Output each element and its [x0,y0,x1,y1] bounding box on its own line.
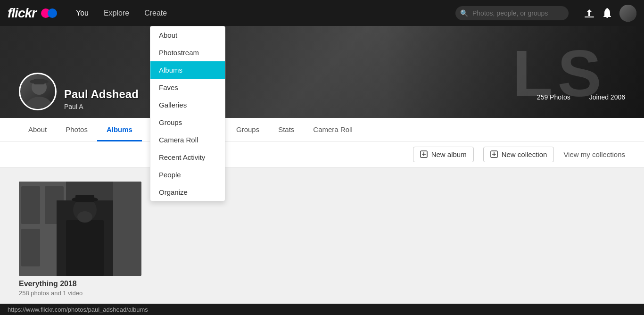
dropdown-camera-roll[interactable]: Camera Roll [150,131,225,149]
tab-photos[interactable]: Photos [56,118,97,141]
svg-point-2 [26,97,52,110]
dropdown-photostream[interactable]: Photostream [150,44,225,61]
cover-area: LS Paul Adshead Paul A 259 Photos Joined [0,26,644,118]
svg-point-17 [77,211,92,223]
avatar-image [619,5,636,22]
new-album-button[interactable]: New album [413,147,474,162]
nav-links: You Explore Create [68,0,174,26]
album-card[interactable]: Everything 2018 258 photos and 1 video [19,182,141,297]
profile-avatar[interactable] [19,73,57,110]
status-url: https://www.flickr.com/photos/paul_adshe… [8,306,148,313]
dropdown-people[interactable]: People [150,166,225,183]
nav-create[interactable]: Create [137,0,174,26]
flickr-dots [41,8,57,18]
album-thumbnail [19,182,141,276]
tab-stats[interactable]: Stats [269,118,304,141]
profile-stats: 259 Photos Joined 2006 [537,93,625,110]
nav-icons [584,5,636,22]
you-dropdown: About Photostream Albums Faves Galleries… [150,26,225,201]
svg-rect-16 [66,220,104,276]
dropdown-albums[interactable]: Albums [150,61,225,79]
new-collection-button[interactable]: New collection [483,147,554,162]
svg-rect-10 [21,229,40,266]
dropdown-organize[interactable]: Organize [150,183,225,201]
profile-section: Paul Adshead Paul A 259 Photos Joined 20… [0,73,644,118]
svg-rect-4 [33,79,45,84]
albums-toolbar: New album New collection View my collect… [0,141,644,167]
profile-name: Paul Adshead [64,88,537,101]
dropdown-groups[interactable]: Groups [150,114,225,131]
flickr-logo: flickr [8,6,36,21]
tab-camera-roll[interactable]: Camera Roll [304,118,362,141]
search-wrapper: 🔍 [455,6,576,20]
joined-date: Joined 2006 [589,93,625,101]
photos-count: 259 Photos [537,93,570,101]
tab-albums[interactable]: Albums [97,118,142,141]
dropdown-recent-activity[interactable]: Recent Activity [150,149,225,166]
view-collections-button[interactable]: View my collections [563,150,625,158]
stat-photos: 259 Photos [537,93,570,101]
svg-rect-0 [585,17,594,17]
svg-rect-18 [113,182,141,276]
albums-grid: Everything 2018 258 photos and 1 video [0,167,644,311]
new-collection-label: New collection [502,150,547,158]
stat-joined: Joined 2006 [589,93,625,101]
status-bar: https://www.flickr.com/photos/paul_adshe… [0,304,644,315]
dot-blue-icon [48,8,57,18]
search-input[interactable] [455,6,569,20]
tab-about[interactable]: About [19,118,56,141]
new-album-label: New album [431,150,467,158]
nav-you[interactable]: You [68,0,96,26]
album-subtitle: 258 photos and 1 video [19,290,141,297]
profile-info: Paul Adshead Paul A [64,88,537,110]
album-title: Everything 2018 [19,280,141,288]
svg-rect-15 [75,195,94,202]
upload-button[interactable] [584,8,595,18]
nav-explore[interactable]: Explore [96,0,137,26]
dropdown-galleries[interactable]: Galleries [150,96,225,114]
svg-rect-9 [21,186,40,224]
dropdown-about[interactable]: About [150,26,225,44]
avatar[interactable] [619,5,636,22]
tab-bar: About Photos Albums Faves Galleries Grou… [0,118,644,141]
tab-groups[interactable]: Groups [227,118,269,141]
dropdown-faves[interactable]: Faves [150,79,225,96]
top-nav: flickr You Explore Create 🔍 A [0,0,644,26]
search-icon: 🔍 [460,9,468,17]
notifications-button[interactable] [603,8,612,18]
profile-sub: Paul A [64,103,537,110]
profile-handle: Paul A [64,103,83,110]
album-thumb-placeholder [19,182,141,276]
